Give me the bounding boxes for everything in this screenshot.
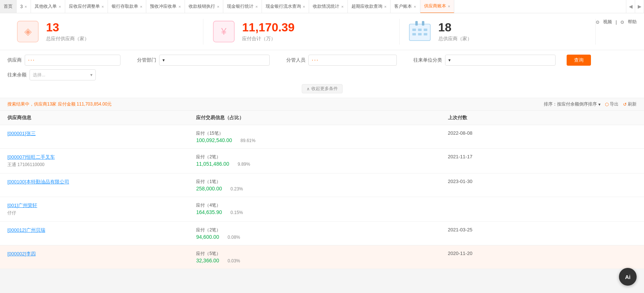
collapse-bar: ∧ 收起更多条件	[7, 84, 637, 93]
person-dots-icon: ···	[312, 57, 319, 63]
supplier-name-1[interactable]: [000001]张三	[7, 130, 196, 137]
table-header: 供应商信息 应付交易信息（占比） 上次付数	[0, 111, 644, 125]
overdue-close[interactable]: ×	[384, 4, 386, 9]
collect-stat-close[interactable]: ×	[341, 4, 343, 9]
trans-pct-4: 0.15%	[230, 210, 243, 215]
result-prefix: 搜索结果中，供应商13家	[7, 101, 56, 107]
svg-rect-10	[424, 33, 427, 36]
prepay-close[interactable]: ×	[178, 4, 181, 9]
nav-tab-collect-check[interactable]: 收款核销执行 ×	[185, 0, 223, 13]
trans-amount-4[interactable]: 164,635.90	[196, 209, 222, 215]
trans-amount-6[interactable]: 32,366.00	[196, 258, 219, 263]
balance-filter-input[interactable]: 选择... ▾	[29, 69, 96, 80]
svg-rect-5	[412, 28, 416, 31]
trans-pct-5: 0.08%	[228, 235, 240, 240]
export-label: 导出	[610, 101, 619, 107]
nav-tab-cash-bank-stat[interactable]: 现金银行统计 ×	[223, 0, 262, 13]
export-button[interactable]: ⬡ 导出	[605, 101, 619, 107]
nav-tab-customer-account[interactable]: 客户账本 ×	[391, 0, 420, 13]
cash-flow-close[interactable]: ×	[303, 4, 305, 9]
tab3-close[interactable]: ×	[25, 4, 27, 9]
stat-label-payable-suppliers: 总应付供应商（家）	[46, 35, 89, 42]
cash-flow-label: 现金银行流水查询	[266, 3, 301, 10]
balance-filter-label: 往来余额	[7, 72, 27, 78]
nav-tab-home[interactable]: 首页	[0, 0, 17, 13]
stat-content-2: 11,170.39 应付合计（万）	[242, 21, 294, 42]
nav-tab-cash-flow[interactable]: 现金银行流水查询 ×	[262, 0, 309, 13]
lastpay-6: 2020-11-20	[448, 251, 574, 256]
supplier-name-2[interactable]: [000007]恒旺二手叉车	[7, 154, 196, 161]
nav-tab-bank-deposit[interactable]: 银行存取款单 ×	[108, 0, 146, 13]
stat-icon-3	[407, 19, 433, 45]
other-income-close[interactable]: ×	[59, 4, 61, 9]
supplier-account-close[interactable]: ×	[448, 4, 450, 8]
stat-label-total-suppliers: 总供应商（家）	[438, 35, 472, 42]
customer-account-close[interactable]: ×	[414, 4, 416, 9]
nav-tab-3[interactable]: 3 ×	[17, 0, 31, 13]
query-button[interactable]: 查询	[567, 55, 591, 66]
ap-adjust-close[interactable]: ×	[102, 4, 104, 9]
table-row: [000007]恒旺二手叉车 王通 17106110000 应付（2笔） 11,…	[0, 149, 644, 173]
supplier-sub-4: 仔仔	[7, 210, 196, 216]
lastpay-2: 2021-11-17	[448, 154, 574, 159]
trans-amount-3[interactable]: 258,000.00	[196, 186, 222, 192]
trans-pct-3: 0.23%	[230, 186, 243, 192]
balance-placeholder: 选择...	[33, 72, 45, 78]
supplier-name-3[interactable]: [000100]本特勤油品有限公司	[7, 179, 196, 185]
col-header-supplier: 供应商信息	[7, 114, 196, 121]
nav-tab-collect-stat[interactable]: 收款情况统计 ×	[309, 0, 347, 13]
sort-control[interactable]: 排序：按应付余额倒序排序 ▾	[544, 101, 601, 107]
filter-item-balance: 往来余额 选择... ▾	[7, 69, 96, 80]
cash-bank-stat-close[interactable]: ×	[255, 4, 258, 9]
nav-arrow-left[interactable]: ◀	[626, 0, 635, 13]
person-filter-input[interactable]: ···	[308, 55, 397, 66]
ai-button[interactable]: Ai	[619, 268, 637, 286]
refresh-label: 刷新	[628, 101, 637, 107]
trans-label-5: 应付（2笔）	[196, 227, 448, 233]
col-header-lastpay: 上次付数	[448, 114, 574, 121]
unit-class-filter-input[interactable]: ▾	[445, 55, 556, 66]
stat-number-payable-suppliers: 13	[46, 21, 89, 33]
supplier-name-4[interactable]: [001]广州荣轩	[7, 202, 196, 209]
trans-amount-1[interactable]: 100,092,540.00	[196, 137, 232, 143]
dept-filter-input[interactable]: ▾	[159, 55, 270, 66]
video-link[interactable]: 视频	[603, 19, 612, 25]
nav-tab-overdue[interactable]: 超期应收款查询 ×	[348, 0, 391, 13]
customer-account-label: 客户账本	[394, 3, 412, 10]
stat-content-1: 13 总应付供应商（家）	[46, 21, 89, 42]
nav-arrows: ◀ ▶	[626, 0, 644, 13]
top-nav: 首页 3 × 其他收入单 × 应收应付调整单 × 银行存取款单 × 预收冲应收单…	[0, 0, 644, 13]
other-income-label: 其他收入单	[35, 3, 57, 10]
nav-tab-prepay[interactable]: 预收冲应收单 ×	[146, 0, 185, 13]
nav-tab-other-income[interactable]: 其他收入单 ×	[31, 0, 65, 13]
help-link[interactable]: 帮助	[628, 19, 637, 25]
trans-pct-2: 9.89%	[238, 162, 250, 167]
nav-tab-supplier-account[interactable]: 供应商账本 ×	[420, 0, 454, 13]
svg-rect-4	[409, 24, 430, 41]
filter-row-1: 供应商 ··· 分管部门 ▾ 分管人员 ··· 往来单位分类 ▾ 查询	[7, 55, 637, 66]
ap-adjust-label: 应收应付调整单	[69, 3, 100, 10]
table-area: 供应商信息 应付交易信息（占比） 上次付数 [000001]张三 应付（15笔）…	[0, 111, 644, 269]
unit-class-arrow-icon: ▾	[448, 58, 451, 63]
supplier-name-5[interactable]: [000012]广州贝瑞	[7, 227, 196, 234]
supplier-info-6: [000002]李四	[7, 251, 196, 257]
svg-rect-8	[412, 33, 416, 36]
refresh-icon: ↺	[623, 102, 627, 107]
bank-deposit-close[interactable]: ×	[140, 4, 142, 9]
trans-amount-2[interactable]: 11,051,486.00	[196, 161, 229, 167]
collapse-button[interactable]: ∧ 收起更多条件	[302, 84, 343, 93]
trans-inline-1: 100,092,540.00 89.61%	[196, 137, 448, 143]
stat-label-payable-total: 应付合计（万）	[242, 35, 294, 42]
supplier-name-6[interactable]: [000002]李四	[7, 251, 196, 257]
tab3-label: 3	[20, 4, 23, 9]
supplier-info-2: [000007]恒旺二手叉车 王通 17106110000	[7, 154, 196, 168]
col-header-transaction: 应付交易信息（占比）	[196, 114, 448, 121]
refresh-button[interactable]: ↺ 刷新	[623, 101, 637, 107]
trans-amount-5[interactable]: 94,600.00	[196, 234, 219, 240]
collect-check-close[interactable]: ×	[217, 4, 219, 9]
lastpay-1: 2022-08-08	[448, 130, 574, 136]
nav-tab-ap-adjust[interactable]: 应收应付调整单 ×	[65, 0, 108, 13]
nav-arrow-right[interactable]: ▶	[635, 0, 644, 13]
collapse-label: 收起更多条件	[311, 86, 338, 92]
supplier-filter-input[interactable]: ···	[25, 55, 120, 66]
